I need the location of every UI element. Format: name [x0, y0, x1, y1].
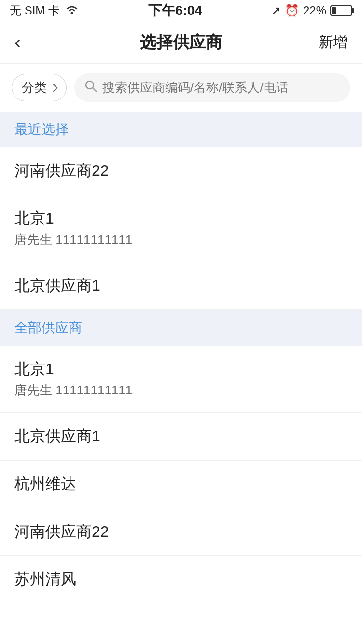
item-name: 北京1 [14, 209, 348, 229]
status-bar-time: 下午6:04 [148, 1, 202, 20]
battery-percent: 22% [303, 4, 326, 17]
list-item[interactable]: 河南供应商22 [0, 147, 362, 195]
item-name: 苏州清风 [14, 569, 348, 589]
recent-section-label: 最近选择 [14, 122, 69, 137]
all-list: 北京1 唐先生 11111111111 北京供应商1 杭州维达 河南供应商22 … [0, 346, 362, 603]
svg-line-2 [93, 88, 96, 91]
all-section-header: 全部供应商 [0, 310, 362, 346]
item-name: 河南供应商22 [14, 522, 348, 542]
search-area: 分类 [0, 64, 362, 112]
alarm-icon: ⏰ [285, 4, 299, 17]
recent-section-header: 最近选择 [0, 112, 362, 147]
list-item[interactable]: 北京供应商1 [0, 413, 362, 461]
item-name: 河南供应商22 [14, 161, 348, 181]
status-bar-left: 无 SIM 卡 [10, 3, 79, 18]
item-name: 北京供应商1 [14, 276, 348, 296]
list-item[interactable]: 杭州维达 [0, 461, 362, 508]
search-input[interactable] [102, 80, 341, 95]
search-input-wrap [74, 73, 350, 102]
svg-point-0 [71, 12, 73, 14]
all-section-label: 全部供应商 [14, 320, 82, 335]
battery-icon [330, 5, 352, 16]
category-label: 分类 [22, 79, 47, 96]
list-item[interactable]: 北京1 唐先生 11111111111 [0, 195, 362, 263]
add-button[interactable]: 新增 [319, 32, 348, 52]
status-bar-right: ↗ ⏰ 22% [271, 4, 352, 17]
nav-bar: ‹ 选择供应商 新增 [0, 21, 362, 64]
recent-list: 河南供应商22 北京1 唐先生 11111111111 北京供应商1 [0, 147, 362, 310]
item-sub: 唐先生 11111111111 [14, 231, 348, 248]
page-title: 选择供应商 [140, 31, 222, 54]
list-item[interactable]: 北京1 唐先生 11111111111 [0, 346, 362, 413]
item-name: 北京供应商1 [14, 426, 348, 447]
item-name: 杭州维达 [14, 474, 348, 494]
item-name: 北京1 [14, 359, 348, 379]
list-item[interactable]: 北京供应商1 [0, 262, 362, 310]
back-button[interactable]: ‹ [14, 31, 43, 53]
item-sub: 唐先生 11111111111 [14, 382, 348, 399]
chevron-right-icon [50, 84, 58, 92]
search-icon [84, 79, 97, 96]
location-icon: ↗ [271, 4, 281, 17]
status-bar: 无 SIM 卡 下午6:04 ↗ ⏰ 22% [0, 0, 362, 21]
no-sim-label: 无 SIM 卡 [10, 3, 60, 18]
list-item[interactable]: 河南供应商22 [0, 508, 362, 556]
wifi-icon [65, 4, 79, 17]
category-filter-button[interactable]: 分类 [12, 74, 67, 101]
list-item[interactable]: 苏州清风 [0, 556, 362, 603]
